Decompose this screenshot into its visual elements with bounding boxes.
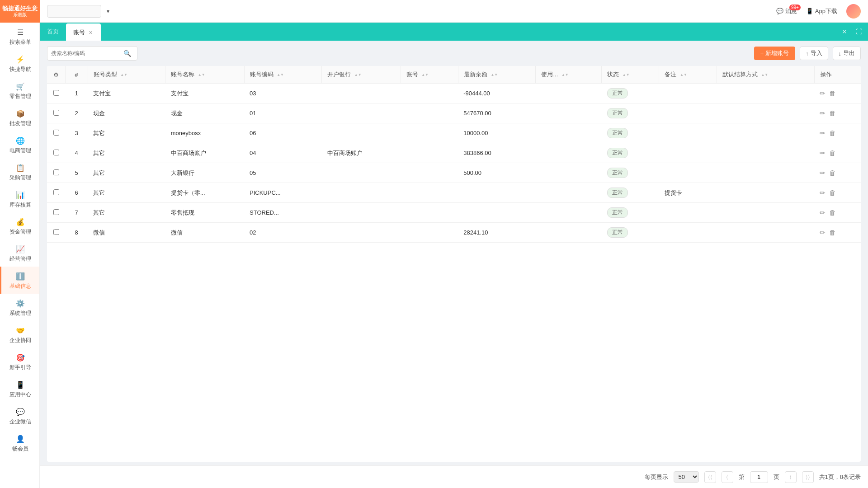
col-name[interactable]: 账号名称 ▲▼: [165, 66, 244, 84]
row-checkbox-0[interactable]: [53, 90, 59, 96]
page-input[interactable]: [750, 471, 768, 483]
status-badge-0: 正常: [607, 88, 628, 99]
row-checkbox-2[interactable]: [53, 130, 59, 136]
cell-default-settle-2: [717, 123, 814, 143]
topbar-app-download-btn[interactable]: 📱 App下载: [806, 7, 837, 15]
tab-close-icon-btn[interactable]: ✕: [839, 26, 850, 37]
sidebar-item-finance-mgmt[interactable]: 💰 资金管理: [0, 212, 39, 239]
col-remark[interactable]: 备注 ▲▼: [659, 66, 717, 84]
row-checkbox-5[interactable]: [53, 189, 59, 195]
cell-checkbox-2[interactable]: [47, 123, 65, 143]
edit-btn-1[interactable]: ✏: [820, 109, 826, 117]
topbar-dropdown[interactable]: ▾: [107, 8, 109, 14]
status-badge-6: 正常: [607, 207, 628, 218]
row-checkbox-1[interactable]: [53, 110, 59, 116]
table-row: 5 其它 大新银行 05 500.00 正常 ✏ 🗑: [47, 163, 861, 183]
sidebar-item-app-center[interactable]: 📱 应用中心: [0, 375, 39, 402]
sidebar-item-biz-wechat[interactable]: 💬 企业微信: [0, 402, 39, 429]
row-checkbox-4[interactable]: [53, 169, 59, 175]
pagination-total: 共1页，8条记录: [819, 473, 861, 481]
delete-btn-4[interactable]: 🗑: [829, 169, 836, 177]
cell-type-1: 现金: [88, 103, 165, 123]
sidebar-item-basic-info[interactable]: ℹ️ 基础信息: [0, 267, 39, 294]
add-account-button[interactable]: + 新增账号: [754, 47, 795, 60]
delete-btn-2[interactable]: 🗑: [829, 129, 836, 137]
col-balance[interactable]: 最新余额 ▲▼: [458, 66, 536, 84]
delete-btn-0[interactable]: 🗑: [829, 89, 836, 97]
col-account[interactable]: 账号 ▲▼: [401, 66, 458, 84]
cell-checkbox-4[interactable]: [47, 163, 65, 183]
page-prev-btn[interactable]: ⟨: [722, 471, 733, 483]
sidebar-item-inventory-calc[interactable]: 📊 库存核算: [0, 185, 39, 212]
cell-type-2: 其它: [88, 123, 165, 143]
col-default-settle[interactable]: 默认结算方式 ▲▼: [717, 66, 814, 84]
sidebar-item-search-menu[interactable]: ☰ 搜索菜单: [0, 23, 39, 50]
cell-index-1: 2: [65, 103, 88, 123]
tab-maximize-icon-btn[interactable]: ⛶: [854, 26, 864, 37]
cell-action-7: ✏ 🗑: [814, 223, 861, 243]
page-first-btn[interactable]: ⟨⟨: [704, 471, 716, 483]
topbar-message-btn[interactable]: 💬 消息 99+: [776, 7, 797, 15]
col-settings[interactable]: ⚙: [47, 66, 65, 84]
delete-btn-6[interactable]: 🗑: [829, 209, 836, 216]
export-button[interactable]: ↓ 导出: [833, 47, 861, 60]
sidebar-item-ecommerce-mgmt[interactable]: 🌐 电商管理: [0, 131, 39, 158]
sidebar-item-system-mgmt[interactable]: ⚙️ 系统管理: [0, 294, 39, 321]
sidebar-item-biz-agreement[interactable]: 🤝 企业协同: [0, 321, 39, 348]
sidebar-item-ops-mgmt[interactable]: 📈 经营管理: [0, 239, 39, 267]
sidebar-item-newbie-guide[interactable]: 🎯 新手引导: [0, 348, 39, 375]
edit-btn-4[interactable]: ✏: [820, 169, 826, 177]
col-usage[interactable]: 使用... ▲▼: [536, 66, 602, 84]
table-row: 2 现金 现金 01 547670.00 正常 ✏ 🗑: [47, 103, 861, 123]
delete-btn-5[interactable]: 🗑: [829, 189, 836, 197]
toolbar-row: 🔍 + 新增账号 ↑ 导入 ↓ 导出: [40, 41, 868, 66]
cell-usage-6: [536, 203, 602, 223]
tab-account[interactable]: 账号 ✕: [66, 23, 101, 42]
cell-checkbox-7[interactable]: [47, 223, 65, 243]
page-last-btn[interactable]: ⟩⟩: [802, 471, 814, 483]
cell-checkbox-1[interactable]: [47, 103, 65, 123]
cell-status-6: 正常: [602, 203, 659, 223]
tab-home[interactable]: 首页: [40, 23, 66, 41]
edit-btn-7[interactable]: ✏: [820, 229, 826, 237]
row-checkbox-3[interactable]: [53, 150, 59, 155]
sidebar-icon-wholesale-mgmt: 📦: [3, 109, 38, 118]
tabbar-actions: ✕ ⛶: [839, 26, 864, 37]
cell-checkbox-5[interactable]: [47, 183, 65, 203]
delete-btn-7[interactable]: 🗑: [829, 229, 836, 236]
row-checkbox-6[interactable]: [53, 209, 59, 215]
topbar-search-input[interactable]: [47, 5, 101, 18]
edit-btn-2[interactable]: ✏: [820, 129, 826, 137]
row-checkbox-7[interactable]: [53, 229, 59, 235]
sidebar-item-changhui-member[interactable]: 👤 畅会员: [0, 429, 39, 456]
col-type[interactable]: 账号类型 ▲▼: [88, 66, 165, 84]
import-button[interactable]: ↑ 导入: [800, 47, 828, 60]
cell-default-settle-1: [717, 103, 814, 123]
delete-btn-1[interactable]: 🗑: [829, 109, 836, 117]
per-page-select[interactable]: 50 20 100: [674, 471, 699, 483]
sidebar-item-wholesale-mgmt[interactable]: 📦 批发管理: [0, 104, 39, 131]
cell-checkbox-6[interactable]: [47, 203, 65, 223]
cell-bank-3: 中百商场账户: [322, 143, 401, 163]
search-input[interactable]: [51, 50, 123, 56]
search-icon[interactable]: 🔍: [123, 50, 131, 57]
edit-btn-0[interactable]: ✏: [820, 89, 826, 98]
cell-checkbox-3[interactable]: [47, 143, 65, 163]
edit-btn-3[interactable]: ✏: [820, 149, 826, 157]
col-status[interactable]: 状态 ▲▼: [602, 66, 659, 84]
col-code[interactable]: 账号编码 ▲▼: [244, 66, 322, 84]
user-avatar[interactable]: [846, 4, 861, 19]
edit-btn-6[interactable]: ✏: [820, 209, 826, 217]
pagination-bar: 每页显示 50 20 100 ⟨⟨ ⟨ 第 页 ⟩ ⟩⟩ 共1页，8条记录: [40, 465, 868, 488]
sidebar-item-retail-mgmt[interactable]: 🛒 零售管理: [0, 77, 39, 104]
col-bank[interactable]: 开户银行 ▲▼: [322, 66, 401, 84]
cell-account-3: [401, 143, 458, 163]
delete-btn-3[interactable]: 🗑: [829, 149, 836, 157]
tab-account-close[interactable]: ✕: [88, 29, 94, 36]
logo-sub: 乐惠版: [2, 12, 38, 18]
cell-checkbox-0[interactable]: [47, 84, 65, 103]
edit-btn-5[interactable]: ✏: [820, 189, 826, 197]
sidebar-item-quick-nav[interactable]: ⚡ 快捷导航: [0, 50, 39, 77]
sidebar-item-purchase-mgmt[interactable]: 📋 采购管理: [0, 158, 39, 185]
page-next-btn[interactable]: ⟩: [785, 471, 797, 483]
